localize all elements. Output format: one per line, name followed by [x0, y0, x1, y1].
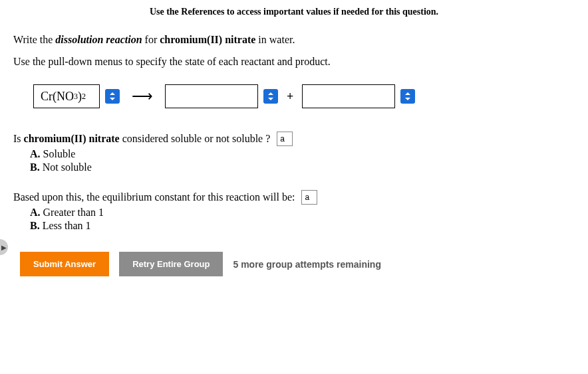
option-label: B.: [30, 220, 40, 231]
prompt-pulldown: Use the pull-down menus to specify the s…: [13, 56, 575, 68]
option-label: A.: [30, 207, 41, 218]
text: in water.: [255, 34, 295, 45]
action-row: Submit Answer Retry Entire Group 5 more …: [20, 252, 575, 276]
side-expand-icon[interactable]: ▶: [0, 239, 8, 255]
option-label: B.: [30, 161, 40, 173]
option-a: A. Greater than 1: [30, 207, 575, 219]
option-text: Greater than 1: [41, 207, 104, 218]
option-text: Less than 1: [40, 220, 91, 231]
option-text: Soluble: [41, 148, 76, 159]
formula-part: Cr(NO: [41, 90, 74, 104]
formula-sub: 2: [82, 92, 86, 102]
question-text: Based upon this, the equilibrium constan…: [13, 191, 295, 203]
state-dropdown-reactant[interactable]: [105, 89, 120, 104]
attempts-remaining: 5 more group attempts remaining: [233, 259, 380, 270]
state-dropdown-product2[interactable]: [400, 89, 415, 104]
text: considered soluble or not soluble ?: [120, 133, 271, 144]
compound-name: chromium(II) nitrate: [160, 34, 255, 45]
option-b: B. Not soluble: [30, 161, 575, 173]
prompt-dissolution: Write the dissolution reaction for chrom…: [13, 34, 575, 46]
option-text: Not soluble: [40, 161, 92, 173]
submit-button[interactable]: Submit Answer: [20, 252, 109, 276]
text: Write the: [13, 34, 55, 45]
text: for: [142, 34, 160, 45]
references-hint: Use the References to access important v…: [13, 7, 575, 17]
option-a: A. Soluble: [30, 148, 575, 160]
product1-input[interactable]: [165, 84, 258, 108]
product2-input[interactable]: [302, 84, 395, 108]
retry-button[interactable]: Retry Entire Group: [119, 252, 223, 276]
reactant-formula: Cr(NO3)2: [33, 84, 100, 108]
equilibrium-options: A. Greater than 1 B. Less than 1: [30, 207, 575, 232]
updown-arrows-icon: [404, 92, 411, 100]
solubility-options: A. Soluble B. Not soluble: [30, 148, 575, 173]
option-b: B. Less than 1: [30, 220, 575, 232]
updown-arrows-icon: [109, 92, 116, 100]
text: Is: [13, 133, 24, 144]
state-dropdown-product1[interactable]: [263, 89, 278, 104]
compound-name: chromium(II) nitrate: [24, 133, 120, 144]
question-equilibrium: Based upon this, the equilibrium constan…: [13, 190, 575, 232]
plus-sign: +: [287, 90, 293, 104]
solubility-answer-input[interactable]: [277, 132, 293, 146]
question-text: Is chromium(II) nitrate considered solub…: [13, 133, 270, 145]
question-solubility: Is chromium(II) nitrate considered solub…: [13, 132, 575, 173]
text-emphasis: dissolution reaction: [55, 34, 142, 45]
option-label: A.: [30, 148, 41, 159]
updown-arrows-icon: [267, 92, 274, 100]
reaction-arrow-icon: ⟶: [132, 88, 153, 105]
equation-row: Cr(NO3)2 ⟶ +: [33, 84, 575, 108]
equilibrium-answer-input[interactable]: [301, 190, 317, 205]
